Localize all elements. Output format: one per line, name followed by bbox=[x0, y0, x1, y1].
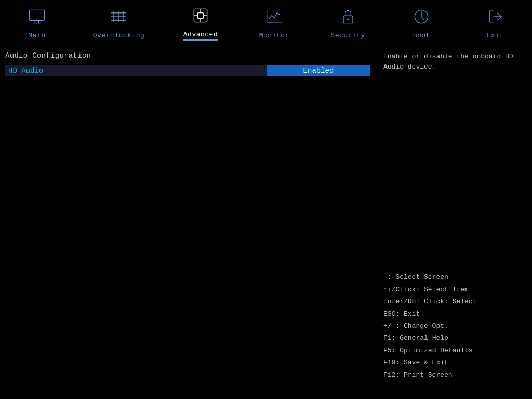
help-key-4: +/-: bbox=[383, 322, 404, 330]
nav-item-main[interactable]: Main bbox=[11, 5, 63, 42]
nav-item-boot[interactable]: Boot bbox=[395, 5, 447, 42]
help-line-4: +/-: Change Opt. bbox=[383, 320, 525, 332]
nav-label-monitor: Monitor bbox=[259, 32, 289, 39]
nav-bar: Main Overclocking Adva bbox=[0, 0, 532, 45]
nav-label-advanced: Advanced bbox=[183, 31, 218, 41]
help-text: ↔: Select Screen ↑↓/Click: Select Item E… bbox=[383, 271, 525, 381]
help-key-7: F10: bbox=[383, 358, 404, 366]
nav-item-security[interactable]: Security bbox=[322, 5, 374, 42]
nav-label-exit: Exit bbox=[486, 32, 503, 39]
advanced-icon bbox=[191, 6, 210, 29]
overclocking-icon bbox=[109, 7, 128, 30]
svg-rect-11 bbox=[198, 13, 204, 19]
help-line-7: F10: Save & Exit bbox=[383, 356, 525, 368]
description-text: Enable or disable the onboard HD Audio d… bbox=[383, 51, 525, 262]
help-action-2: Select bbox=[453, 298, 477, 305]
nav-label-boot: Boot bbox=[413, 32, 430, 39]
help-key-8: F12: bbox=[383, 371, 404, 379]
security-icon bbox=[339, 7, 357, 30]
svg-point-19 bbox=[347, 19, 349, 21]
help-key-1: ↑↓/Click: bbox=[383, 286, 424, 294]
nav-label-overclocking: Overclocking bbox=[93, 32, 145, 39]
setting-value-hd-audio[interactable]: Enabled bbox=[267, 65, 370, 76]
help-divider bbox=[383, 267, 525, 267]
help-line-1: ↑↓/Click: Select Item bbox=[383, 284, 525, 296]
help-key-5: F1: bbox=[383, 334, 400, 342]
help-action-6: Optimized Defaults bbox=[400, 347, 472, 354]
help-action-0: Select Screen bbox=[395, 273, 448, 281]
help-line-8: F12: Print Screen bbox=[383, 369, 525, 381]
exit-icon bbox=[486, 7, 504, 30]
help-action-4: Change Opt. bbox=[404, 322, 448, 330]
nav-item-overclocking[interactable]: Overclocking bbox=[85, 5, 153, 42]
help-key-6: F5: bbox=[383, 347, 400, 354]
right-panel: Enable or disable the onboard HD Audio d… bbox=[376, 45, 532, 387]
content-area: Audio Configuration HD Audio Enabled Ena… bbox=[0, 45, 532, 387]
nav-item-monitor[interactable]: Monitor bbox=[248, 5, 300, 42]
boot-icon bbox=[412, 7, 431, 30]
nav-item-exit[interactable]: Exit bbox=[469, 5, 521, 42]
svg-rect-0 bbox=[29, 10, 44, 20]
help-key-2: Enter/Dbl Click: bbox=[383, 298, 453, 305]
help-line-2: Enter/Dbl Click: Select bbox=[383, 296, 525, 308]
setting-row: HD Audio Enabled bbox=[5, 65, 370, 76]
help-line-3: ESC: Exit bbox=[383, 308, 525, 320]
monitor-icon bbox=[265, 7, 284, 30]
help-action-8: Print Screen bbox=[404, 371, 453, 379]
help-action-7: Save & Exit bbox=[404, 358, 448, 366]
help-key-3: ESC: bbox=[383, 310, 404, 318]
section-title: Audio Configuration bbox=[5, 51, 370, 60]
help-action-5: General Help bbox=[400, 334, 448, 342]
help-action-1: Select Item bbox=[424, 286, 469, 294]
nav-label-security: Security bbox=[330, 32, 365, 39]
help-line-6: F5: Optimized Defaults bbox=[383, 344, 525, 356]
main-icon bbox=[28, 7, 46, 30]
help-line-0: ↔: Select Screen bbox=[383, 271, 525, 283]
help-key-0: ↔: bbox=[383, 273, 395, 281]
left-panel: Audio Configuration HD Audio Enabled bbox=[0, 45, 376, 387]
help-action-3: Exit bbox=[404, 310, 420, 318]
help-line-5: F1: General Help bbox=[383, 332, 525, 344]
nav-label-main: Main bbox=[28, 32, 45, 39]
nav-item-advanced[interactable]: Advanced bbox=[175, 4, 227, 43]
setting-name-hd-audio[interactable]: HD Audio bbox=[5, 65, 267, 76]
